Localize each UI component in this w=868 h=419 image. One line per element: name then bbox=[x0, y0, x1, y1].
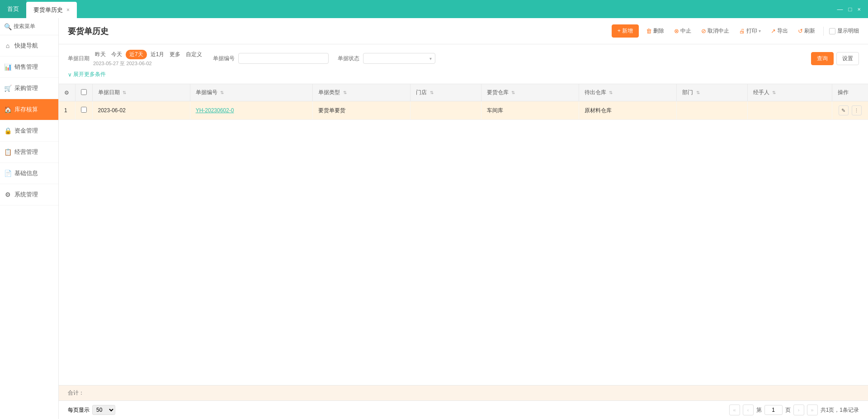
expand-down-icon: ∨ bbox=[68, 71, 72, 78]
col-pending-warehouse: 待出仓库 ⇅ bbox=[579, 84, 677, 101]
row-more-button[interactable]: ⋮ bbox=[852, 105, 862, 115]
sidebar-item-purchase-mgmt[interactable]: 🛒 采购管理 bbox=[0, 78, 58, 99]
pagination: « ‹ 第 页 › » 共1页，1条记录 bbox=[729, 405, 859, 415]
print-icon: 🖨 bbox=[739, 28, 745, 34]
tab-home-label: 首页 bbox=[7, 5, 19, 13]
close-button[interactable]: × bbox=[857, 6, 861, 13]
refresh-button[interactable]: ↺ 刷新 bbox=[795, 25, 818, 37]
tab-home[interactable]: 首页 bbox=[0, 0, 26, 18]
sidebar-item-ops-mgmt[interactable]: 📋 经营管理 bbox=[0, 142, 58, 163]
summary-label: 合计： bbox=[68, 390, 84, 396]
top-bar: 首页 要货单历史 × — □ × bbox=[0, 0, 868, 18]
suspend-button[interactable]: ⊗ 中止 bbox=[671, 25, 694, 37]
cell-pending-warehouse: 原材料仓库 bbox=[579, 101, 677, 120]
docno-filter-label: 单据编号 bbox=[213, 55, 235, 62]
page-size-select[interactable]: 50 10 20 100 bbox=[92, 405, 115, 415]
sort-doc-date-icon[interactable]: ⇅ bbox=[123, 90, 126, 95]
sort-doc-no-icon[interactable]: ⇅ bbox=[220, 90, 224, 95]
print-dropdown-icon: ▾ bbox=[759, 29, 761, 33]
cart-icon: 🛒 bbox=[4, 85, 12, 92]
settings-button-label: 设置 bbox=[842, 55, 853, 62]
sidebar-item-basic-info[interactable]: 📄 基础信息 bbox=[0, 163, 58, 184]
sidebar-item-label: 采购管理 bbox=[14, 84, 38, 92]
col-doc-no: 单据编号 ⇅ bbox=[190, 84, 313, 101]
sidebar-search[interactable]: 🔍 搜索菜单 bbox=[0, 18, 58, 35]
col-store: 门店 ⇅ bbox=[410, 84, 481, 101]
sort-req-warehouse-icon[interactable]: ⇅ bbox=[511, 90, 515, 95]
doc-icon: 📄 bbox=[4, 170, 12, 177]
restore-button[interactable]: □ bbox=[849, 6, 852, 13]
tab-requisition-history[interactable]: 要货单历史 × bbox=[26, 2, 77, 18]
col-doc-date: 单据日期 ⇅ bbox=[92, 84, 190, 101]
cell-req-warehouse: 车间库 bbox=[481, 101, 579, 120]
col-settings[interactable]: ⚙ bbox=[59, 84, 75, 101]
date-btn-more[interactable]: 更多 bbox=[168, 50, 182, 59]
sidebar-item-label: 销售管理 bbox=[14, 63, 38, 71]
next-page-button[interactable]: › bbox=[793, 405, 804, 415]
cell-doc-type: 要货单要货 bbox=[313, 101, 410, 120]
sidebar-item-label: 库存核算 bbox=[14, 105, 38, 114]
docstatus-filter-wrap bbox=[363, 53, 435, 64]
date-btn-custom[interactable]: 自定义 bbox=[184, 50, 204, 59]
export-button[interactable]: ↗ 导出 bbox=[768, 25, 791, 37]
chart-icon: 📊 bbox=[4, 63, 12, 71]
tab-requisition-history-label: 要货单历史 bbox=[33, 6, 63, 14]
date-btn-today[interactable]: 今天 bbox=[109, 50, 124, 59]
sidebar-item-sales-mgmt[interactable]: 📊 销售管理 bbox=[0, 57, 58, 78]
delete-button[interactable]: 🗑 删除 bbox=[643, 25, 667, 37]
minimize-button[interactable]: — bbox=[837, 6, 843, 13]
sidebar-item-sys-mgmt[interactable]: ⚙ 系统管理 bbox=[0, 184, 58, 205]
date-btn-1month[interactable]: 近1月 bbox=[149, 50, 166, 59]
display-detail-toggle[interactable]: 显示明细 bbox=[829, 27, 859, 35]
page-input[interactable] bbox=[764, 405, 783, 415]
docstatus-filter-select[interactable] bbox=[363, 53, 435, 64]
last-page-button[interactable]: » bbox=[807, 405, 818, 415]
page-size-label: 每页显示 bbox=[68, 406, 90, 414]
doc-no-link[interactable]: YH-20230602-0 bbox=[196, 107, 234, 114]
date-btn-yesterday[interactable]: 昨天 bbox=[93, 50, 108, 59]
cell-num: 1 bbox=[59, 101, 75, 120]
sidebar-item-inventory-calc[interactable]: 🏠 库存核算 bbox=[0, 99, 58, 120]
query-button[interactable]: 查询 bbox=[811, 52, 834, 65]
query-button-label: 查询 bbox=[817, 55, 828, 62]
col-checkbox bbox=[75, 84, 92, 101]
display-detail-checkbox[interactable] bbox=[829, 28, 835, 34]
sort-handler-icon[interactable]: ⇅ bbox=[772, 90, 776, 95]
table-body: 1 2023-06-02 YH-20230602-0 要货单要货 bbox=[59, 101, 868, 120]
docno-filter-input[interactable] bbox=[238, 53, 329, 64]
data-table: ⚙ 单据日期 ⇅ 单据编号 ⇅ 单据类型 bbox=[59, 84, 868, 120]
refresh-button-label: 刷新 bbox=[804, 27, 815, 35]
col-handler: 经手人 ⇅ bbox=[748, 84, 832, 101]
new-button[interactable]: + 新增 bbox=[612, 24, 639, 38]
print-button[interactable]: 🖨 打印 ▾ bbox=[736, 25, 764, 37]
sidebar-item-finance-mgmt[interactable]: 🔒 资金管理 bbox=[0, 120, 58, 142]
tab-close-icon[interactable]: × bbox=[66, 7, 70, 13]
filter-area: 单据日期 昨天 今天 近7天 近1月 更多 自定义 2023-05-27 至 2… bbox=[59, 44, 868, 84]
tab-list: 首页 要货单历史 × bbox=[0, 0, 77, 18]
date-btn-7days[interactable]: 近7天 bbox=[126, 50, 147, 59]
toolbar-separator bbox=[823, 27, 824, 36]
sidebar-item-quick-nav[interactable]: ⌂ 快捷导航 bbox=[0, 35, 58, 57]
col-req-warehouse: 要货仓库 ⇅ bbox=[481, 84, 579, 101]
expand-more-label: 展开更多条件 bbox=[73, 71, 106, 78]
cancel-suspend-button[interactable]: ⊘ 取消中止 bbox=[698, 25, 732, 37]
sort-pending-warehouse-icon[interactable]: ⇅ bbox=[609, 90, 613, 95]
page-label-suffix: 页 bbox=[785, 406, 791, 414]
page-size-area: 每页显示 50 10 20 100 bbox=[68, 405, 115, 415]
print-button-label: 打印 bbox=[746, 27, 757, 35]
sort-store-icon[interactable]: ⇅ bbox=[430, 90, 434, 95]
cell-checkbox bbox=[75, 101, 92, 120]
date-filter-label: 单据日期 bbox=[68, 55, 90, 62]
row-edit-button[interactable]: ✎ bbox=[839, 105, 849, 115]
table-head: ⚙ 单据日期 ⇅ 单据编号 ⇅ 单据类型 bbox=[59, 84, 868, 101]
col-doc-type: 单据类型 ⇅ bbox=[313, 84, 410, 101]
expand-more-button[interactable]: ∨ 展开更多条件 bbox=[68, 71, 859, 78]
settings-button[interactable]: 设置 bbox=[836, 52, 859, 65]
new-button-label: + 新增 bbox=[618, 27, 633, 35]
sort-doc-type-icon[interactable]: ⇅ bbox=[343, 90, 347, 95]
prev-page-button[interactable]: ‹ bbox=[743, 405, 754, 415]
first-page-button[interactable]: « bbox=[729, 405, 740, 415]
row-checkbox[interactable] bbox=[81, 107, 87, 113]
sort-dept-icon[interactable]: ⇅ bbox=[696, 90, 700, 95]
select-all-checkbox[interactable] bbox=[81, 89, 87, 95]
